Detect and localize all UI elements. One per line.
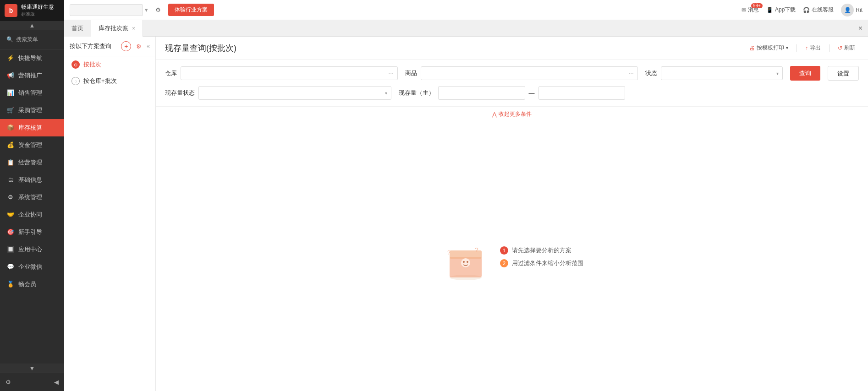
- scheme-settings-button[interactable]: ⚙: [134, 41, 144, 51]
- quantity-min-input[interactable]: [438, 86, 525, 100]
- user-avatar-button[interactable]: 👤 Rit: [841, 4, 863, 16]
- sidebar-nav: ⚡ 快捷导航 📢 营销推广 📊 销售管理 🛒 采购管理 📦 库存核算 💰 资金管…: [0, 49, 64, 364]
- sidebar-item-guide[interactable]: 🎯 新手引导: [0, 223, 64, 241]
- sidebar-item-app-center[interactable]: 🔲 应用中心: [0, 241, 64, 258]
- shortcut-icon: ⚡: [6, 54, 15, 62]
- filter-row-2: 现存量状态 ▾ 现存量（主） —: [165, 86, 859, 100]
- print-dropdown-icon: ▾: [786, 45, 788, 50]
- collapse-up-icon: ⋀: [492, 111, 497, 118]
- close-tab-right-button[interactable]: ×: [853, 20, 868, 37]
- sidebar-scroll-up[interactable]: ▲: [0, 21, 64, 30]
- add-scheme-button[interactable]: +: [121, 41, 131, 51]
- avatar: 👤: [841, 4, 854, 16]
- topbar-dropdown-arrow[interactable]: ▾: [145, 6, 148, 13]
- sidebar-item-basic-info[interactable]: 🗂 基础信息: [0, 171, 64, 189]
- wechat-icon: 💬: [6, 263, 15, 271]
- username-label: Rit: [856, 7, 863, 13]
- sidebar-item-label: 采购管理: [18, 106, 42, 114]
- page-title: 现存量查询(按批次): [165, 43, 236, 54]
- left-panel: 按以下方案查询 + ⚙ « ⊙ 按批次 ○ 按仓库+批次: [64, 37, 156, 391]
- sidebar-item-operations[interactable]: 📋 经营管理: [0, 154, 64, 171]
- left-panel-title: 按以下方案查询: [70, 42, 111, 50]
- sidebar-item-finance[interactable]: 💰 资金管理: [0, 136, 64, 154]
- app-name: 畅康通好生意: [21, 4, 54, 11]
- sidebar-item-label: 新手引导: [18, 228, 42, 236]
- empty-step-1: 1 请先选择要分析的方案: [500, 246, 583, 255]
- headset-icon: 🎧: [803, 7, 810, 13]
- sidebar-item-label: 资金管理: [18, 141, 42, 149]
- online-service-label: 在线客服: [812, 6, 834, 14]
- tab-home[interactable]: 首页: [64, 20, 91, 37]
- query-button[interactable]: 查询: [790, 66, 820, 81]
- inventory-status-select[interactable]: ▾: [198, 86, 391, 100]
- search-icon: 🔍: [6, 36, 13, 43]
- app-download-label: App下载: [775, 6, 796, 14]
- inventory-quantity-label: 现存量（主）: [399, 89, 434, 97]
- settings-button[interactable]: 设置: [828, 66, 859, 81]
- svg-point-3: [461, 258, 470, 267]
- svg-point-4: [463, 261, 465, 263]
- product-filter-input[interactable]: ···: [421, 66, 638, 80]
- status-filter-select[interactable]: ▾: [661, 66, 783, 80]
- sidebar-item-label: 快捷导航: [18, 54, 42, 62]
- sidebar-item-shortcut[interactable]: ⚡ 快捷导航: [0, 49, 64, 67]
- sidebar-item-purchase[interactable]: 🛒 采购管理: [0, 102, 64, 119]
- sidebar-item-label: 企业协同: [18, 211, 42, 219]
- sidebar-item-member[interactable]: 🏅 畅会员: [0, 276, 64, 293]
- page-header: 现存量查询(按批次) 🖨 按模板打印 ▾ ↑ 导出 ↺ 刷: [156, 37, 868, 60]
- quantity-max-input[interactable]: [538, 86, 626, 100]
- purchase-icon: 🛒: [6, 106, 15, 114]
- tab-close-button[interactable]: ×: [132, 25, 135, 32]
- export-button[interactable]: ↑ 导出: [802, 42, 824, 54]
- operations-icon: 📋: [6, 158, 15, 167]
- sidebar-item-label: 畅会员: [18, 280, 36, 288]
- sidebar-item-wechat[interactable]: 💬 企业微信: [0, 258, 64, 276]
- empty-text: 1 请先选择要分析的方案 2 用过滤条件来缩小分析范围: [500, 246, 583, 267]
- app-download-button[interactable]: 📱 App下载: [766, 6, 796, 14]
- print-button[interactable]: 🖨 按模板打印 ▾: [746, 42, 792, 54]
- content-area: 按以下方案查询 + ⚙ « ⊙ 按批次 ○ 按仓库+批次 现存量查询(按批次): [64, 37, 868, 391]
- guide-icon: 🎯: [6, 228, 15, 236]
- industry-button[interactable]: 体验行业方案: [168, 4, 214, 16]
- warehouse-filter-label: 仓库: [165, 69, 177, 77]
- enterprise-icon: 🤝: [6, 211, 15, 219]
- topbar-gear-button[interactable]: ⚙: [152, 4, 165, 16]
- sidebar-item-inventory[interactable]: 📦 库存核算: [0, 119, 64, 136]
- left-panel-actions: + ⚙ «: [121, 41, 150, 51]
- scheme-item-by-batch[interactable]: ⊙ 按批次: [64, 56, 155, 73]
- warehouse-filter-input[interactable]: ···: [181, 66, 398, 80]
- sidebar-item-enterprise[interactable]: 🤝 企业协同: [0, 206, 64, 223]
- inventory-status-dropdown-icon: ▾: [385, 91, 387, 96]
- sidebar-search-label: 搜索菜单: [16, 36, 38, 43]
- app-download-icon: 📱: [766, 7, 773, 13]
- app-version: 标准版: [21, 11, 54, 17]
- sidebar-item-system[interactable]: ⚙ 系统管理: [0, 189, 64, 206]
- online-service-button[interactable]: 🎧 在线客服: [803, 6, 834, 14]
- marketing-icon: 📢: [6, 71, 15, 80]
- sidebar-item-label: 应用中心: [18, 245, 42, 254]
- empty-step-1-label: 请先选择要分析的方案: [512, 246, 571, 255]
- sidebar-item-marketing[interactable]: 📢 营销推广: [0, 67, 64, 84]
- app-center-icon: 🔲: [6, 245, 15, 254]
- collapse-left-panel-button[interactable]: «: [147, 43, 150, 49]
- refresh-icon: ↺: [838, 45, 842, 51]
- status-filter-label: 状态: [645, 69, 657, 77]
- scheme-item-by-warehouse-batch[interactable]: ○ 按仓库+批次: [64, 73, 155, 89]
- topbar-search-input[interactable]: [70, 4, 143, 16]
- sidebar-item-label: 系统管理: [18, 193, 42, 201]
- tab-home-label: 首页: [71, 24, 83, 33]
- basic-info-icon: 🗂: [6, 176, 15, 184]
- scheme-item-label: 按仓库+批次: [83, 77, 117, 85]
- sidebar-scroll-down[interactable]: ▼: [0, 364, 64, 373]
- svg-text:?: ?: [447, 250, 450, 256]
- right-panel: 现存量查询(按批次) 🖨 按模板打印 ▾ ↑ 导出 ↺ 刷: [156, 37, 868, 391]
- sidebar-search-button[interactable]: 🔍 搜索菜单: [4, 34, 60, 45]
- status-filter-field: 状态 ▾: [645, 66, 783, 80]
- refresh-button[interactable]: ↺ 刷新: [834, 42, 859, 54]
- message-button[interactable]: ✉ 消息 99+: [742, 6, 759, 14]
- sidebar-settings-button[interactable]: ⚙: [4, 377, 13, 387]
- sidebar-collapse-button[interactable]: ◀: [52, 377, 60, 387]
- collapse-filter-button[interactable]: ⋀ 收起更多条件: [156, 107, 868, 122]
- tab-inventory-batch[interactable]: 库存批次账 ×: [91, 20, 143, 37]
- sidebar-item-sales[interactable]: 📊 销售管理: [0, 84, 64, 102]
